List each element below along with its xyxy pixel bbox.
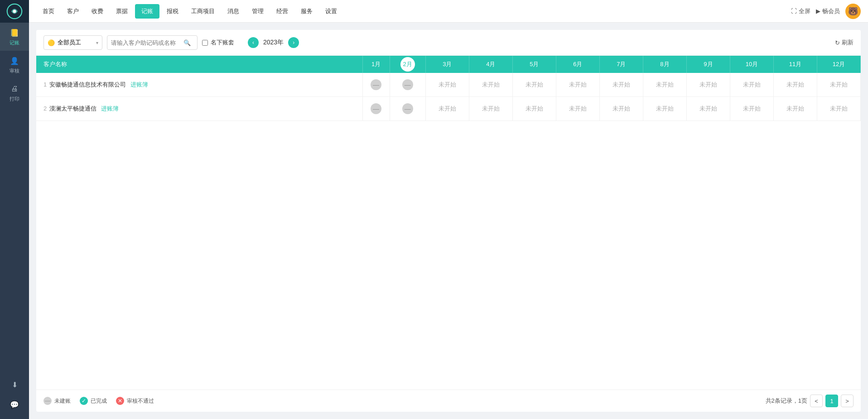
footer: — 未建账 ✓ 已完成 ✕ 审核不通过 共2条记录，1页 < 1 > [36,390,861,412]
refresh-button[interactable]: ↻ 刷新 [835,39,854,47]
vip-button[interactable]: ▶ 畅会员 [816,7,840,15]
avatar[interactable]: 🐻 [845,4,861,19]
not-started-text: 未开始 [743,81,761,88]
client-cell: 1安徽畅捷通信息技术有限公司进账簿 [36,73,362,97]
nav-bookkeeping[interactable]: 记账 [135,4,159,19]
month-cell-6: 未开始 [556,97,599,121]
col-m5: 5月 [512,56,556,73]
year-nav: ‹ 2023年 › [248,37,299,48]
table-row: 1安徽畅捷通信息技术有限公司进账簿——未开始未开始未开始未开始未开始未开始未开始… [36,73,861,97]
row-index: 1 [43,81,47,88]
my-accounts-checkbox-label[interactable]: 名下账套 [202,39,234,47]
prev-year-button[interactable]: ‹ [248,37,259,48]
col-client: 客户名称 [36,56,362,73]
sidebar-item-support[interactable]: 💬 [0,395,29,414]
not-started-text: 未开始 [612,81,630,88]
legend-gray-label: 未建账 [54,397,71,405]
nav-biz[interactable]: 工商项目 [185,0,221,23]
enter-ledger-link[interactable]: 进账簿 [101,105,119,112]
col-m4: 4月 [469,56,512,73]
col-m8: 8月 [643,56,686,73]
nav-home[interactable]: 首页 [36,0,61,23]
col-m7: 7月 [599,56,643,73]
download-icon: ⬇ [9,379,20,390]
nav-settings[interactable]: 设置 [319,0,343,23]
month-cell-5: 未开始 [512,73,556,97]
not-started-text: 未开始 [699,81,717,88]
main-table: 客户名称 1月 2月 3月 4月 5月 6月 7月 8月 9月 [36,56,861,121]
legend-not-built: — 未建账 [43,397,71,405]
sidebar-logo [0,0,29,23]
table-wrap: 客户名称 1月 2月 3月 4月 5月 6月 7月 8月 9月 [36,56,861,390]
not-started-text: 未开始 [612,105,630,112]
support-icon: 💬 [9,399,20,410]
not-started-text: 未开始 [569,81,587,88]
nav-manage[interactable]: 管理 [246,0,270,23]
client-name: 安徽畅捷通信息技术有限公司 [49,81,126,88]
next-page-button[interactable]: > [841,395,854,407]
month-cell-3: 未开始 [425,97,469,121]
col-m1: 1月 [362,56,390,73]
not-started-text: 未开始 [743,105,761,112]
col-m12: 12月 [817,56,860,73]
prev-page-button[interactable]: < [810,395,823,407]
dash-icon: — [371,79,381,90]
search-icon[interactable]: 🔍 [183,39,191,46]
month-cell-2: — [390,97,425,121]
client-name: 漠澜太平畅捷通信 [49,105,96,112]
month-cell-10: 未开始 [730,73,773,97]
topnav-right: ⛶ 全屏 ▶ 畅会员 🐻 [791,4,861,19]
legend-teal-icon: ✓ [80,397,88,405]
fullscreen-button[interactable]: ⛶ 全屏 [791,7,810,15]
nav-services[interactable]: 服务 [294,0,319,23]
not-started-text: 未开始 [699,105,717,112]
nav-tax[interactable]: 报税 [160,0,185,23]
col-m10: 10月 [730,56,773,73]
month-cell-4: 未开始 [469,97,512,121]
nav-messages[interactable]: 消息 [221,0,246,23]
current-month-circle: 2月 [400,57,415,72]
content: 🟡 全部员工 ▾ 🔍 名下账套 ‹ 2023年 › [29,23,868,419]
not-started-text: 未开始 [656,81,674,88]
col-m11: 11月 [773,56,817,73]
enter-ledger-link[interactable]: 进账簿 [130,81,148,88]
nav-operations[interactable]: 经营 [270,0,294,23]
month-cell-8: 未开始 [643,97,686,121]
legend-gray-icon: — [43,397,52,405]
sidebar-item-download[interactable]: ⬇ [0,375,29,395]
refresh-label: 刷新 [842,39,854,47]
fullscreen-icon: ⛶ [791,8,797,14]
sidebar-item-audit[interactable]: 👤 审核 [0,51,29,79]
toolbar: 🟡 全部员工 ▾ 🔍 名下账套 ‹ 2023年 › [36,30,861,56]
not-started-text: 未开始 [786,105,804,112]
not-started-text: 未开始 [482,81,500,88]
employee-select[interactable]: 🟡 全部员工 ▾ [43,35,102,50]
month-cell-3: 未开始 [425,73,469,97]
svg-point-1 [13,10,16,13]
vip-icon: ▶ [816,8,820,14]
bookkeeping-icon: 📒 [9,27,20,38]
page-1-button[interactable]: 1 [825,395,838,407]
legend-teal-label: 已完成 [91,397,107,405]
dash-icon: — [402,103,413,114]
sidebar-item-bookkeeping[interactable]: 📒 记账 [0,23,29,51]
next-year-button[interactable]: › [288,37,299,48]
search-input[interactable] [111,39,183,46]
col-m9: 9月 [686,56,730,73]
legend-red-icon: ✕ [116,397,124,405]
sidebar-item-label: 打印 [10,96,19,102]
chevron-down-icon: ▾ [96,40,98,45]
month-cell-11: 未开始 [773,97,817,121]
refresh-icon: ↻ [835,39,840,46]
nav-clients[interactable]: 客户 [61,0,85,23]
month-cell-6: 未开始 [556,73,599,97]
month-cell-8: 未开始 [643,73,686,97]
nav-billing[interactable]: 收费 [85,0,110,23]
my-accounts-checkbox[interactable] [202,40,208,46]
sidebar-item-label: 审核 [10,67,19,74]
nav-invoices[interactable]: 票据 [110,0,134,23]
col-m2: 2月 [390,56,425,73]
sidebar: 📒 记账 👤 审核 🖨 打印 ⬇ 💬 [0,0,29,419]
sidebar-item-print[interactable]: 🖨 打印 [0,79,29,107]
month-cell-12: 未开始 [817,73,860,97]
